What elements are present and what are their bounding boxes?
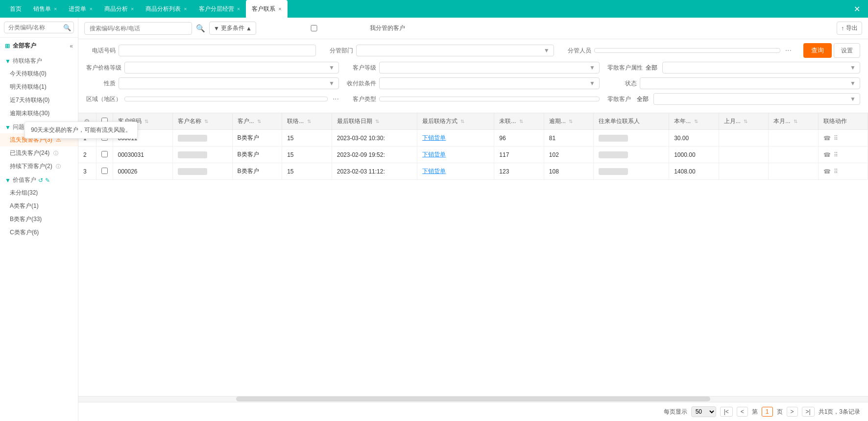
zero-attr-chevron-icon: ▼ [850,64,856,71]
customer-type-select[interactable] [379,97,600,101]
row3-contact-icon[interactable]: ☎ [823,168,831,175]
tab-close-analysis[interactable]: × [131,6,134,12]
tab-home[interactable]: 首页 [4,0,27,18]
export-button[interactable]: ↑ 导出 [837,22,862,35]
col-last-date[interactable]: 最后联络日期 ⇅ [332,113,417,130]
row2-checkbox[interactable] [96,147,113,163]
sidebar: 🔍 ⊞ 全部客户 « ▼ 待联络客户 今天待联络(0) 明天待联络(1) 近7天… [0,18,78,421]
row3-index: 3 [78,163,96,180]
my-customers-checkbox[interactable] [260,25,368,31]
export-icon: ↑ [841,25,844,32]
row2-action-icons: ☎ ⠿ [823,151,863,158]
zero-attr-select[interactable]: ▼ [662,62,860,74]
sidebar-item-overdue-contact[interactable]: 逾期未联络(30) [0,107,78,120]
sidebar-item-tomorrow[interactable]: 明天待联络(1) [0,80,78,94]
info-icon-churned: ⓘ [53,150,58,156]
col-contact[interactable]: 联络... ⇅ [282,113,332,130]
price-level-select[interactable]: ▼ [124,62,339,74]
settings-button[interactable]: 设置 [834,43,860,58]
sidebar-item-today[interactable]: 今天待联络(0) [0,67,78,80]
row2-last-type[interactable]: 下销货单 [417,147,494,163]
tab-bar: 首页 销售单 × 进货单 × 商品分析 × 商品分析列表 × 客户分层经营 × … [0,0,868,18]
row1-last-type[interactable]: 下销货单 [417,130,494,147]
prev-page-button[interactable]: < [737,407,748,417]
zero-customer-select[interactable]: ▼ [653,93,860,105]
page-size-select[interactable]: 50 100 [691,406,716,417]
row2-overdue: 102 [544,147,594,163]
sidebar-item-a-class[interactable]: A类客户(1) [0,199,78,213]
col-type[interactable]: 客户... ⇅ [232,113,282,130]
row3-last-type[interactable]: 下销货单 [417,163,494,180]
row2-contact-icon[interactable]: ☎ [823,151,831,158]
col-overdue[interactable]: 逾期... ⇅ [544,113,594,130]
region-select[interactable] [124,97,328,101]
sidebar-item-churned[interactable]: 已流失客户(24) ⓘ [0,147,78,160]
row3-action: ☎ ⠿ [818,163,868,180]
row2-this-year: 1000.00 [669,147,719,163]
tab-close-sales[interactable]: × [54,6,57,12]
tab-close-analysis-list[interactable]: × [184,6,187,12]
sidebar-item-ungraded[interactable]: 未分组(32) [0,186,78,199]
next-page-button[interactable]: > [787,407,798,417]
close-window-button[interactable]: ✕ [850,4,864,14]
tab-customer-contact[interactable]: 客户联系 × [246,0,287,18]
row3-not-contacted: 123 [494,163,544,180]
search-button[interactable]: 🔍 [196,24,205,33]
row3-contact: 15 [282,163,332,180]
tab-sales[interactable]: 销售单 × [27,0,63,18]
person-more-icon[interactable]: ··· [785,46,792,55]
payment-select[interactable]: ▼ [379,77,600,89]
my-customers-checkbox-area[interactable]: 我分管的客户 [260,24,405,32]
row3-last-date: 2023-02-03 11:12: [332,163,417,180]
col-name[interactable]: 客户名称 ⇅ [172,113,232,130]
tab-analysis-list[interactable]: 商品分析列表 × [140,0,193,18]
refresh-icon[interactable]: ↺ [38,177,43,184]
nature-select[interactable]: ▼ [119,77,339,89]
region-more-icon[interactable]: ··· [333,95,339,103]
row3-more-icon[interactable]: ⠿ [834,168,838,175]
collapse-icon: « [70,43,73,50]
person-select[interactable] [594,48,780,53]
sidebar-section-pending[interactable]: ▼ 待联络客户 [0,54,78,67]
dept-select[interactable]: ▼ [356,45,554,56]
status-chevron-icon: ▼ [850,80,856,87]
search-input[interactable] [84,22,192,35]
tab-analysis[interactable]: 商品分析 × [98,0,140,18]
sidebar-root-group[interactable]: ⊞ 全部客户 « [0,38,78,54]
row2-more-icon[interactable]: ⠿ [834,151,838,158]
row1-contact-icon[interactable]: ☎ [823,135,831,142]
more-conditions-button[interactable]: ▼ 更多条件 ▲ [209,22,256,35]
last-page-button[interactable]: >| [802,407,815,417]
overdue-sort-icon: ⇅ [569,119,573,124]
edit-icon[interactable]: ✎ [45,177,50,184]
horizontal-scrollbar[interactable] [78,396,868,402]
row3-checkbox[interactable] [96,163,113,180]
phone-input[interactable] [119,45,316,56]
col-not-contacted[interactable]: 未联... ⇅ [494,113,544,130]
last-month-sort-icon: ⇅ [744,119,747,124]
sidebar-section-value[interactable]: ▼ 价值客户 ↺ ✎ [0,173,78,186]
filter-row-4: 区域（地区） ··· 客户类型 零散客户 全部 [86,93,860,105]
row1-more-icon[interactable]: ⠿ [834,135,838,142]
tab-close-purchase[interactable]: × [89,6,92,12]
tab-purchase[interactable]: 进货单 × [63,0,98,18]
tab-close-customer-contact[interactable]: × [278,6,281,12]
filter-zero-customer: 零散客户 全部 ▼ [607,93,860,105]
tab-close-customer-tier[interactable]: × [237,6,240,12]
col-last-month[interactable]: 上月... ⇅ [719,113,769,130]
query-button[interactable]: 查询 [803,43,832,58]
customer-level-select[interactable]: ▼ [379,62,600,74]
sidebar-item-declining[interactable]: 持续下滑客户(2) ⓘ [0,160,78,173]
row3-this-month [769,163,819,180]
row2-last-month [719,147,769,163]
filter-customer-type: 客户类型 [347,95,600,103]
sidebar-item-b-class[interactable]: B类客户(33) [0,213,78,226]
first-page-button[interactable]: |< [720,407,733,417]
col-this-year[interactable]: 本年... ⇅ [669,113,719,130]
sidebar-item-c-class[interactable]: C类客户(6) [0,226,78,239]
sidebar-item-7days[interactable]: 近7天待联络(0) [0,94,78,107]
status-select[interactable]: ▼ [640,77,860,89]
col-last-type[interactable]: 最后联络方式 ⇅ [417,113,494,130]
tab-customer-tier[interactable]: 客户分层经营 × [193,0,246,18]
col-this-month[interactable]: 本月... ⇅ [769,113,819,130]
